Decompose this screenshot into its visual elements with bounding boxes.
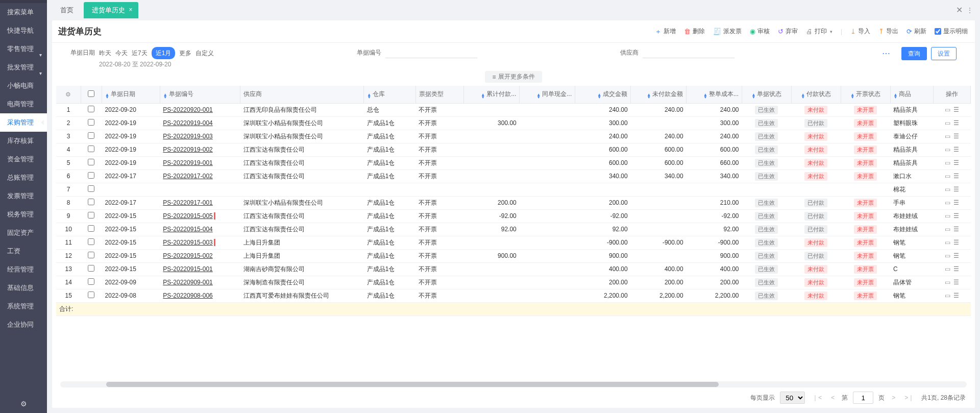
view-icon[interactable]: ▭ [945, 159, 950, 166]
scrollbar-thumb[interactable] [106, 382, 719, 387]
tab-home[interactable]: 首页 [52, 2, 82, 18]
col-invoice-type[interactable]: 票据类型 [415, 86, 463, 103]
code-link[interactable]: PS-20220919-002 [163, 146, 212, 153]
table-row[interactable]: 32022-09-19PS-20220919-003深圳联宝小精品有限责任公司产… [56, 130, 971, 143]
import-button[interactable]: ⤓导入 [850, 27, 870, 36]
more-icon[interactable]: ☰ [953, 186, 959, 193]
code-link[interactable]: PS-20220909-001 [163, 279, 212, 286]
tabs-more-icon[interactable]: ⋮ [967, 7, 973, 14]
tab-active[interactable]: 进货单历史 × [84, 2, 138, 18]
cell-code[interactable]: PS-20220917-002 [160, 169, 240, 183]
sidebar-item[interactable]: 发票管理 [0, 187, 47, 205]
row-checkbox[interactable] [88, 185, 94, 192]
col-cash-this[interactable]: ▲▼同单现金... [520, 86, 575, 103]
delete-button[interactable]: 🗑删除 [684, 27, 705, 36]
more-icon[interactable]: ☰ [953, 292, 959, 299]
cell-checkbox[interactable] [81, 262, 102, 276]
table-row[interactable]: 142022-09-09PS-20220909-001深海制造有限责任公司产成品… [56, 276, 971, 289]
sidebar-item[interactable]: 基础信息 [0, 279, 47, 297]
col-bill-status[interactable]: ▲▼单据状态 [742, 86, 792, 103]
cell-code[interactable]: PS-20220919-002 [160, 143, 240, 156]
view-icon[interactable]: ▭ [945, 146, 950, 153]
table-row[interactable]: 22022-09-19PS-20220919-004深圳联宝小精品有限责任公司产… [56, 116, 971, 130]
col-checkbox[interactable] [81, 86, 102, 103]
sidebar-item[interactable]: 批发管理▾ [0, 58, 47, 77]
cell-checkbox[interactable] [81, 156, 102, 169]
sidebar-item[interactable]: 工资 [0, 242, 47, 260]
print-button[interactable]: 🖨打印▾ [806, 27, 832, 36]
filter-more-button[interactable]: ··· [876, 47, 897, 60]
pager-next-icon[interactable]: > [890, 394, 897, 401]
table-scroll[interactable]: ⚙ ▲▼单据日期 ▲▼单据编号 供应商 ▲▼仓库 票据类型 ▲▼累计付款... … [56, 86, 971, 379]
sidebar-item[interactable]: 电商管理 [0, 95, 47, 113]
discard-button[interactable]: ↺弃审 [778, 27, 798, 36]
cell-checkbox[interactable] [81, 183, 102, 196]
cell-checkbox[interactable] [81, 223, 102, 236]
date-op-more[interactable]: 更多 [179, 47, 191, 59]
cell-code[interactable]: PS-20220915-001 [160, 262, 240, 276]
code-link[interactable]: PS-20220915-005 [163, 212, 212, 220]
pager-prev-icon[interactable]: < [829, 394, 837, 401]
row-checkbox[interactable] [88, 132, 94, 139]
view-icon[interactable]: ▭ [945, 212, 950, 220]
table-row[interactable]: 102022-09-15PS-20220915-004江西宝达有限责任公司产成品… [56, 223, 971, 236]
more-icon[interactable]: ☰ [953, 199, 959, 206]
row-checkbox[interactable] [88, 225, 94, 232]
row-checkbox[interactable] [88, 159, 94, 165]
supplier-input[interactable] [643, 47, 734, 58]
pager-last-icon[interactable]: >｜ [902, 394, 916, 402]
export-button[interactable]: ⤒导出 [878, 27, 898, 36]
col-pay-status[interactable]: ▲▼付款状态 [791, 86, 841, 103]
more-icon[interactable]: ☰ [953, 212, 959, 220]
row-checkbox[interactable] [88, 106, 94, 112]
view-icon[interactable]: ▭ [945, 292, 950, 299]
sidebar-item[interactable]: 小畅电商 [0, 77, 47, 95]
horizontal-scrollbar[interactable] [60, 381, 967, 387]
table-row[interactable]: 52022-09-19PS-20220919-001江西宝达有限责任公司产成品1… [56, 156, 971, 169]
cell-checkbox[interactable] [81, 249, 102, 262]
code-link[interactable]: PS-20220908-006 [163, 292, 212, 299]
code-link[interactable]: PS-20220915-004 [163, 226, 212, 233]
view-icon[interactable]: ▭ [945, 226, 950, 233]
sidebar-item[interactable]: 采购管理 [0, 113, 47, 132]
more-icon[interactable]: ☰ [953, 173, 959, 180]
view-icon[interactable]: ▭ [945, 106, 950, 113]
sidebar-item[interactable]: 零售管理▾ [0, 40, 47, 58]
view-icon[interactable]: ▭ [945, 133, 950, 140]
col-code[interactable]: ▲▼单据编号 [160, 86, 240, 103]
cell-code[interactable]: PS-20220919-004 [160, 116, 240, 130]
cell-checkbox[interactable] [81, 289, 102, 302]
row-checkbox[interactable] [88, 172, 94, 179]
more-icon[interactable]: ☰ [953, 252, 959, 259]
cell-code[interactable]: PS-20220919-001 [160, 156, 240, 169]
more-icon[interactable]: ☰ [953, 226, 959, 233]
add-button[interactable]: ＋新增 [655, 27, 676, 36]
page-number-input[interactable] [853, 392, 873, 404]
sidebar-settings-icon[interactable]: ⚙ [0, 400, 47, 413]
cell-code[interactable]: PS-20220915-005 [160, 209, 240, 223]
code-link[interactable]: PS-20220919-003 [163, 133, 212, 140]
view-icon[interactable]: ▭ [945, 239, 950, 246]
date-op-today[interactable]: 今天 [115, 47, 128, 59]
table-row[interactable]: 112022-09-15PS-20220915-003上海日升集团产成品1仓不开… [56, 236, 971, 249]
date-op-last1m[interactable]: 近1月 [152, 47, 176, 59]
col-warehouse[interactable]: ▲▼仓库 [364, 86, 416, 103]
cell-code[interactable]: PS-20220915-003 [160, 236, 240, 249]
view-icon[interactable]: ▭ [945, 252, 950, 259]
row-checkbox[interactable] [88, 212, 94, 218]
cell-code[interactable]: PS-20220908-006 [160, 289, 240, 302]
table-row[interactable]: 7棉花▭☰ [56, 183, 971, 196]
table-row[interactable]: 62022-09-17PS-20220917-002江西宝达有限责任公司产成品1… [56, 169, 971, 183]
expand-filters-button[interactable]: ≡ 展开更多条件 [485, 71, 542, 83]
sidebar-item[interactable]: 总账管理 [0, 168, 47, 187]
table-row[interactable]: 42022-09-19PS-20220919-002江西宝达有限责任公司产成品1… [56, 143, 971, 156]
code-link[interactable]: PS-20220917-002 [163, 173, 212, 180]
view-icon[interactable]: ▭ [945, 279, 950, 286]
sidebar-item[interactable]: 固定资产 [0, 224, 47, 242]
table-row[interactable]: 82022-09-17PS-20220917-001深圳联宝小精品有限责任公司产… [56, 196, 971, 209]
row-checkbox[interactable] [88, 265, 94, 272]
more-icon[interactable]: ☰ [953, 119, 959, 127]
more-icon[interactable]: ☰ [953, 265, 959, 273]
sidebar-item[interactable]: 搜索菜单 [0, 3, 47, 21]
col-supplier[interactable]: 供应商 [240, 86, 364, 103]
